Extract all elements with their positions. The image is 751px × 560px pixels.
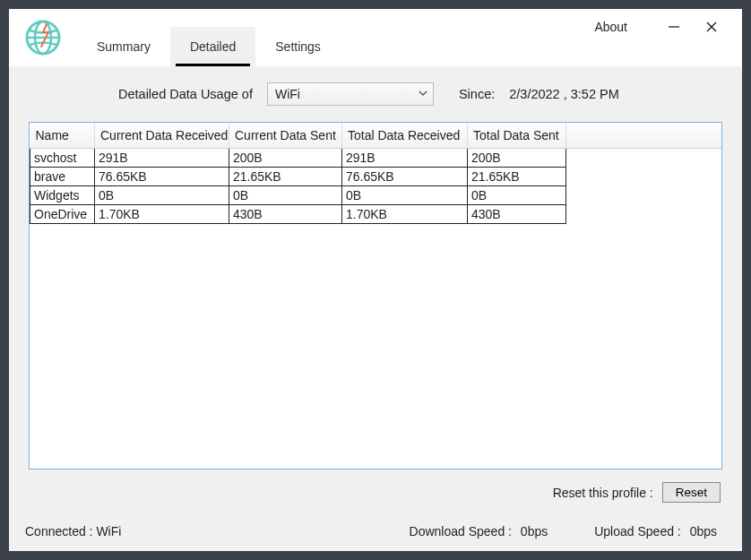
cell-tr: 76.65KB <box>342 168 468 186</box>
close-button[interactable] <box>701 16 722 38</box>
reset-button[interactable]: Reset <box>662 482 721 503</box>
cell-tr: 0B <box>342 186 468 205</box>
cell-name: Widgets <box>30 186 95 205</box>
adapter-select-value: WiFi <box>275 87 300 101</box>
cell-name: OneDrive <box>30 205 95 224</box>
minimize-button[interactable] <box>663 16 685 38</box>
col-header-current-sent[interactable]: Current Data Sent <box>229 123 342 149</box>
app-logo-icon <box>25 20 61 56</box>
col-header-current-received[interactable]: Current Data Received <box>95 123 229 149</box>
cell-cs: 200B <box>229 149 342 168</box>
tab-bar: Summary Detailed Settings <box>77 9 341 66</box>
status-upload-label: Upload Speed : <box>594 524 681 538</box>
cell-name: brave <box>30 168 95 186</box>
cell-ts: 430B <box>468 205 566 224</box>
cell-name: svchost <box>30 149 95 168</box>
status-download: Download Speed : 0bps <box>410 524 548 538</box>
table-row[interactable]: OneDrive1.70KB430B1.70KB430B <box>30 205 722 224</box>
cell-cr: 291B <box>95 149 229 168</box>
about-link[interactable]: About <box>594 20 627 34</box>
app-window: Summary Detailed Settings About Detailed… <box>9 9 742 551</box>
cell-cs: 430B <box>229 205 342 224</box>
chevron-down-icon <box>419 89 427 99</box>
status-connected-label: Connected : <box>25 524 96 538</box>
data-table: Name Current Data Received Current Data … <box>30 123 721 224</box>
table-row[interactable]: svchost291B200B291B200B <box>30 149 722 168</box>
cell-cs: 0B <box>229 186 342 205</box>
col-header-total-sent[interactable]: Total Data Sent <box>468 123 566 149</box>
table-row[interactable]: brave76.65KB21.65KB76.65KB21.65KB <box>30 168 722 186</box>
status-connected-value: WiFi <box>96 524 121 538</box>
since-value: 2/3/2022 , 3:52 PM <box>509 87 619 101</box>
cell-ts: 0B <box>468 186 566 205</box>
cell-cr: 1.70KB <box>95 205 229 224</box>
cell-tr: 1.70KB <box>342 205 468 224</box>
status-upload: Upload Speed : 0bps <box>594 524 717 538</box>
status-download-value: 0bps <box>521 524 548 538</box>
tab-settings[interactable]: Settings <box>255 27 341 66</box>
window-controls: About <box>594 9 742 38</box>
since-label: Since: <box>459 87 495 101</box>
content-area: Detailed Data Usage of WiFi Since: 2/3/2… <box>9 66 742 519</box>
status-download-label: Download Speed : <box>410 524 512 538</box>
col-header-total-received[interactable]: Total Data Received <box>342 123 468 149</box>
filter-row: Detailed Data Usage of WiFi Since: 2/3/2… <box>29 82 722 106</box>
status-upload-value: 0bps <box>690 524 717 538</box>
cell-cs: 21.65KB <box>229 168 342 186</box>
reset-row: Reset this profile : Reset <box>29 470 722 510</box>
tab-detailed[interactable]: Detailed <box>170 27 255 66</box>
cell-cr: 76.65KB <box>95 168 229 186</box>
status-connected: Connected : WiFi <box>25 524 121 538</box>
cell-ts: 200B <box>468 149 566 168</box>
col-header-spare <box>566 123 722 149</box>
filter-label: Detailed Data Usage of <box>118 87 253 101</box>
reset-label: Reset this profile : <box>553 486 653 500</box>
titlebar: Summary Detailed Settings About <box>9 9 742 66</box>
cell-cr: 0B <box>95 186 229 205</box>
status-bar: Connected : WiFi Download Speed : 0bps U… <box>9 519 742 551</box>
table-row[interactable]: Widgets0B0B0B0B <box>30 186 722 205</box>
cell-ts: 21.65KB <box>468 168 566 186</box>
data-table-container: Name Current Data Received Current Data … <box>29 122 722 470</box>
cell-tr: 291B <box>342 149 468 168</box>
adapter-select[interactable]: WiFi <box>267 82 434 106</box>
tab-summary[interactable]: Summary <box>77 27 170 66</box>
col-header-name[interactable]: Name <box>30 123 95 149</box>
